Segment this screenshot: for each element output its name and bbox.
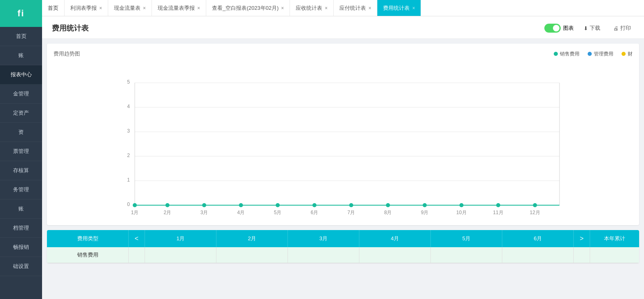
page-content: 费用统计表 图表 ⬇ 下载 🖨 打印 费用趋势图 (42, 16, 644, 299)
next-months-button[interactable]: > (574, 230, 590, 247)
svg-point-16 (202, 203, 206, 207)
svg-point-21 (386, 203, 390, 207)
close-icon[interactable]: × (412, 5, 415, 11)
row-col-1 (145, 247, 216, 263)
legend-dot-sales (554, 52, 558, 56)
close-icon[interactable]: × (99, 5, 102, 11)
prev-months-button[interactable]: < (129, 230, 145, 247)
legend-dot-mgmt (588, 52, 592, 56)
tab-blank-report[interactable]: 查看_空白报表(2023年02月) × (206, 0, 290, 16)
tab-cashflow-q[interactable]: 现金流量表季报 × (152, 0, 206, 16)
row-col-3 (288, 247, 359, 263)
close-icon[interactable]: × (197, 5, 200, 11)
col-3-header: 3月 (288, 230, 359, 247)
legend-label-mgmt: 管理费用 (594, 51, 613, 58)
svg-text:4: 4 (127, 104, 130, 109)
chart-title: 费用趋势图 (53, 50, 80, 58)
sidebar: fi 首页 账 报表中心 金管理 定资产 资 票管理 存核算 务管理 账 档管理… (0, 0, 42, 299)
tab-expense[interactable]: 费用统计表 × (377, 0, 421, 16)
row-col-4 (359, 247, 431, 263)
row-col-2 (216, 247, 288, 263)
tab-cashflow[interactable]: 现金流量表 × (108, 0, 152, 16)
sidebar-item-reports[interactable]: 报表中心 (0, 65, 42, 84)
legend-mgmt: 管理费用 (588, 51, 613, 58)
col-6-header: 6月 (502, 230, 574, 247)
svg-point-20 (349, 203, 353, 207)
sidebar-item-home[interactable]: 首页 (0, 27, 42, 46)
row-nav-next (574, 247, 590, 263)
chart-header: 费用趋势图 销售费用 管理费用 财 (53, 50, 633, 58)
sidebar-item-settings[interactable]: 础设置 (0, 257, 42, 276)
svg-text:2月: 2月 (164, 210, 172, 215)
col-5-header: 5月 (431, 230, 502, 247)
col-2-header: 2月 (216, 230, 288, 247)
table-row: 销售费用 (47, 247, 639, 263)
sidebar-item-ledger[interactable]: 账 (0, 199, 42, 219)
col-type-header: 费用类型 (47, 230, 129, 247)
download-icon: ⬇ (584, 25, 588, 31)
chart-toggle-container: 图表 (544, 24, 574, 33)
chart-section: 费用趋势图 销售费用 管理费用 财 (47, 44, 639, 225)
svg-point-14 (133, 203, 137, 207)
col-1-header: 1月 (145, 230, 216, 247)
svg-point-19 (312, 203, 316, 207)
row-nav-prev (129, 247, 145, 263)
chart-toggle-label: 图表 (563, 24, 574, 32)
svg-text:7月: 7月 (348, 210, 355, 215)
sidebar-item-cash[interactable]: 金管理 (0, 84, 42, 104)
print-button[interactable]: 🖨 打印 (610, 23, 634, 33)
close-icon[interactable]: × (325, 5, 328, 11)
svg-text:2: 2 (127, 153, 130, 158)
tab-payable[interactable]: 应付统计表 × (334, 0, 377, 16)
svg-text:5: 5 (127, 79, 130, 85)
svg-point-24 (496, 203, 500, 207)
legend-dot-finance (622, 52, 626, 56)
legend-label-sales: 销售费用 (560, 51, 579, 58)
download-button[interactable]: ⬇ 下载 (580, 23, 604, 33)
row-type-label: 销售费用 (47, 247, 129, 263)
row-total (590, 247, 639, 263)
sidebar-item-expense[interactable]: 畅报销 (0, 238, 42, 257)
legend-label-finance: 财 (628, 51, 633, 58)
tab-profit[interactable]: 利润表季报 × (65, 0, 108, 16)
sidebar-item-account[interactable]: 账 (0, 46, 42, 65)
col-total-header: 本年累计 (590, 230, 639, 247)
svg-text:6月: 6月 (311, 210, 319, 215)
tab-receivable[interactable]: 应收统计表 × (290, 0, 334, 16)
sidebar-item-service[interactable]: 务管理 (0, 180, 42, 199)
sidebar-item-assets[interactable]: 定资产 (0, 104, 42, 123)
chart-legend: 销售费用 管理费用 财 (554, 51, 633, 58)
svg-text:8月: 8月 (384, 210, 392, 215)
chart-svg-container: 5 4 3 2 1 0 (53, 62, 633, 219)
chart-toggle[interactable] (544, 24, 561, 33)
main-area: 首页 利润表季报 × 现金流量表 × 现金流量表季报 × 查看_空白报表(202… (42, 0, 644, 299)
close-icon[interactable]: × (368, 5, 371, 11)
svg-text:9月: 9月 (421, 210, 429, 215)
svg-point-15 (165, 203, 169, 207)
svg-text:3月: 3月 (201, 210, 208, 215)
svg-text:0: 0 (127, 202, 130, 207)
tab-bar: 首页 利润表季报 × 现金流量表 × 现金流量表季报 × 查看_空白报表(202… (42, 0, 644, 16)
svg-text:5月: 5月 (274, 210, 282, 215)
sidebar-logo: fi (0, 0, 42, 27)
svg-point-25 (533, 203, 537, 207)
svg-text:4月: 4月 (237, 210, 245, 215)
sidebar-item-fund[interactable]: 资 (0, 123, 42, 142)
legend-finance: 财 (622, 51, 633, 58)
row-col-5 (431, 247, 502, 263)
close-icon[interactable]: × (143, 5, 146, 11)
trend-chart: 5 4 3 2 1 0 (53, 62, 633, 217)
legend-sales: 销售费用 (554, 51, 579, 58)
header-actions: 图表 ⬇ 下载 🖨 打印 (544, 23, 634, 33)
sidebar-item-invoice[interactable]: 票管理 (0, 142, 42, 161)
sidebar-item-inventory[interactable]: 存核算 (0, 161, 42, 180)
page-header: 费用统计表 图表 ⬇ 下载 🖨 打印 (42, 16, 644, 39)
expense-table: 费用类型 < 1月 2月 3月 4月 5月 6月 > 本年累计 销售费用 (47, 230, 639, 263)
row-col-6 (502, 247, 574, 263)
svg-point-17 (239, 203, 243, 207)
tab-home[interactable]: 首页 (42, 0, 65, 16)
sidebar-item-archive[interactable]: 档管理 (0, 219, 42, 238)
close-icon[interactable]: × (281, 5, 284, 11)
svg-text:1月: 1月 (131, 210, 139, 215)
svg-text:10月: 10月 (456, 210, 466, 215)
